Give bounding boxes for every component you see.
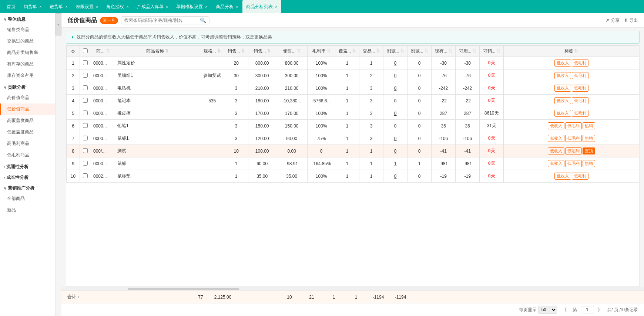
row-checkbox[interactable] [83, 85, 88, 90]
export-button[interactable]: ⬇ 导出 [624, 17, 638, 24]
row-checkbox[interactable] [83, 60, 88, 65]
sidebar: ∨ 整体信息 销售类商品 交易过的商品 商品分类销售率 有库存的商品 库存资金占… [0, 13, 56, 316]
horizontal-scrollbar[interactable] [61, 287, 644, 290]
coverage-column-header: 覆盖... ⇅ [335, 46, 359, 57]
pagination-bar: 每页显示 50 100 200 《 第 》 共1页,10条记录 [61, 303, 644, 316]
settings-column-header[interactable]: ⚙ [67, 46, 80, 57]
page-title: 低价值商品 [67, 17, 97, 24]
per-page-selector: 每页显示 50 100 200 [519, 306, 557, 314]
search-input[interactable] [124, 18, 198, 23]
sidebar-item-stock-capital[interactable]: 库存资金占用 [0, 70, 55, 81]
content-header: 低价值商品 近一月 🔍 ↗ 分享 ⬇ 导出 [61, 13, 644, 28]
row-checkbox[interactable] [83, 98, 88, 103]
tag-label: 低毛利 [572, 85, 588, 92]
summary-cells: 77 2,125.00 10 21 1 1 -1194 -1194 [84, 295, 638, 300]
sidebar-item-stocked-goods[interactable]: 有库存的商品 [0, 58, 55, 70]
chevron-down-icon: ∨ [4, 17, 6, 21]
view-link[interactable]: 0 [394, 174, 397, 179]
view-link[interactable]: 0 [394, 73, 397, 78]
summary-label: 合计： [67, 294, 81, 300]
page-first-button[interactable]: 《 [560, 306, 569, 314]
view-link[interactable]: 1 [394, 161, 397, 166]
sidebar-item-new-goods[interactable]: 新品 [0, 204, 55, 216]
sidebar-item-low-coverage[interactable]: 低覆盖度商品 [0, 126, 55, 138]
sidebar-item-traded-goods[interactable]: 交易过的商品 [0, 35, 55, 47]
nav-product-inbound[interactable]: 产成品入库单 × [133, 0, 172, 13]
view-link[interactable]: 0 [394, 123, 397, 129]
nav-role-auth[interactable]: 角色授权 × [103, 0, 132, 13]
tag-label: 热销 [583, 122, 595, 129]
nav-permission[interactable]: 权限设置 × [72, 0, 102, 13]
checkbox-column-header [80, 46, 91, 57]
view-link[interactable]: 0 [394, 86, 397, 91]
view-link[interactable]: 0 [394, 61, 397, 66]
row-checkbox[interactable] [83, 73, 88, 78]
close-icon[interactable]: × [166, 4, 168, 9]
nav-product-analysis[interactable]: 商品分析 × [212, 0, 242, 13]
sidebar-item-low-value[interactable]: 低价值商品 [0, 103, 55, 115]
share-button[interactable]: ↗ 分享 [606, 17, 620, 24]
tag-label: 低收入 [548, 147, 564, 154]
close-icon[interactable]: × [236, 4, 238, 9]
table-row: 4 0000... 笔记本 535 3 180.00 -10,380... -5… [67, 95, 639, 107]
row-checkbox[interactable] [83, 123, 88, 128]
sidebar-group-overview[interactable]: ∨ 整体信息 [0, 13, 55, 24]
nav-home[interactable]: 首页 [3, 0, 19, 13]
scrollbar-thumb[interactable] [128, 288, 239, 290]
sidebar-item-all-goods[interactable]: 全部商品 [0, 193, 55, 204]
sidebar-group-growth[interactable]: › 成长性分析 [0, 171, 55, 182]
view-link[interactable]: 0 [394, 149, 397, 154]
row-checkbox[interactable] [83, 161, 88, 166]
close-icon[interactable]: × [205, 4, 207, 9]
nav-product-analysis-list[interactable]: 商品分析列表 × [242, 0, 281, 13]
page-next-button[interactable]: 》 [596, 306, 604, 314]
close-icon[interactable]: × [65, 4, 67, 9]
view-link[interactable]: 0 [394, 98, 397, 103]
tag-label: 低收入 [554, 173, 571, 180]
row-checkbox[interactable] [83, 136, 88, 140]
close-icon[interactable]: × [39, 4, 41, 9]
available-column-header: 可用... ⇅ [456, 46, 480, 57]
close-icon[interactable]: × [126, 4, 128, 9]
sidebar-group-liquidity[interactable]: › 流通性分析 [0, 161, 55, 171]
tag-label: 低收入 [548, 160, 564, 167]
summary-available: -1194 [389, 295, 412, 300]
sidebar-item-high-coverage[interactable]: 高覆盖度商品 [0, 115, 55, 126]
sidebar-item-high-value[interactable]: 高价值商品 [0, 92, 55, 103]
view-link[interactable]: 0 [394, 111, 397, 116]
tag-label: 低毛利 [572, 60, 588, 67]
nav-purchase-order[interactable]: 进货单 × [46, 0, 71, 13]
tag-label: 低收入 [554, 97, 571, 104]
sidebar-item-sales-goods[interactable]: 销售类商品 [0, 24, 55, 35]
row-checkbox[interactable] [83, 111, 88, 115]
sidebar-collapse-button[interactable]: « [56, 13, 61, 35]
tag-label: 低收入 [548, 135, 564, 142]
table-header-row: ⚙ 商... ⇅ 商品名称 ⇅ 规格... ⇅ [67, 46, 639, 57]
close-icon[interactable]: × [96, 4, 98, 9]
select-all-checkbox[interactable] [83, 48, 88, 53]
nav-sales-order[interactable]: 销货单 × [20, 0, 45, 13]
close-icon[interactable]: × [275, 4, 277, 9]
chevron-right-icon: › [4, 165, 5, 169]
tag-label: 低收入 [554, 60, 571, 67]
row-checkbox[interactable] [83, 148, 88, 153]
sidebar-group-contribution[interactable]: ∨ 贡献分析 [0, 81, 55, 92]
sidebar-group-marketing[interactable]: ∨ 营销推广分析 [0, 182, 55, 193]
sidebar-item-low-margin[interactable]: 低毛利商品 [0, 149, 55, 161]
chevron-down-icon: ∨ [4, 85, 6, 89]
content-header-left: 低价值商品 近一月 🔍 [67, 16, 209, 24]
sales-qty-column-header: 销售... ⇅ [224, 46, 248, 57]
table-row: 2 0000... 吴细细1 参加复试 30 300.00 300.00 100… [67, 69, 639, 82]
search-icon[interactable]: 🔍 [200, 17, 206, 23]
sidebar-item-high-margin[interactable]: 高毛利商品 [0, 138, 55, 149]
sidebar-item-category-rate[interactable]: 商品分类销售率 [0, 47, 55, 58]
tag-label: 低收入 [554, 72, 571, 79]
view1-column-header: 浏览... ⇅ [383, 46, 407, 57]
page-number-input[interactable] [581, 306, 594, 313]
time-filter-tag[interactable]: 近一月 [100, 17, 118, 24]
search-box: 🔍 [121, 16, 209, 24]
view-link[interactable]: 0 [394, 136, 397, 141]
nav-template-settings[interactable]: 单据模板设置 × [172, 0, 211, 13]
row-checkbox[interactable] [83, 173, 88, 178]
per-page-select[interactable]: 50 100 200 [538, 306, 557, 314]
